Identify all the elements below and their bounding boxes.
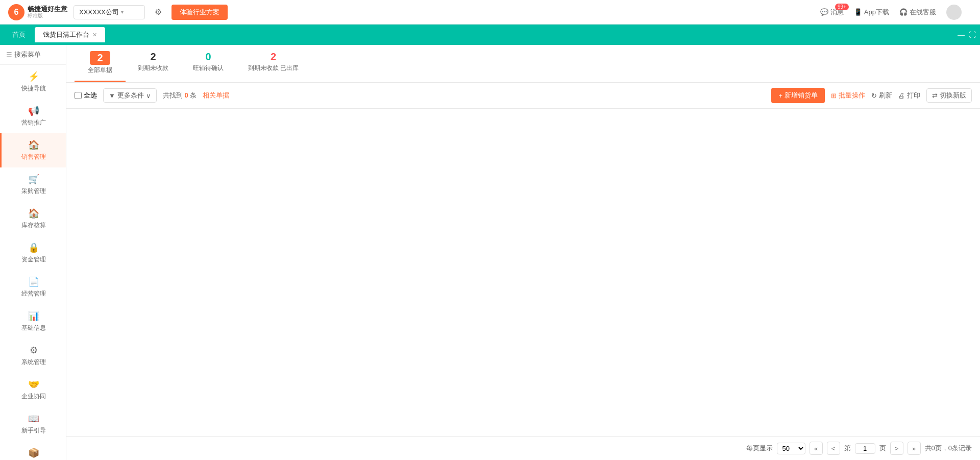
system-icon: ⚙ bbox=[30, 345, 38, 356]
sidebar-item-system[interactable]: ⚙ 系统管理 bbox=[0, 338, 66, 373]
sidebar-item-label: 销售管理 bbox=[21, 153, 46, 161]
inventory-icon: 🏠 bbox=[28, 208, 39, 219]
sidebar: ☰ 搜索菜单 ⚡ 快捷导航 📢 营销推广 🏠 销售管理 🛒 采购管理 🏠 库存核… bbox=[0, 45, 66, 460]
per-page-select[interactable]: 50 10 20 100 bbox=[777, 443, 805, 454]
sidebar-item-label: 采购管理 bbox=[21, 187, 46, 196]
stat-tab-shipped[interactable]: 2 到期未收款 已出库 bbox=[236, 45, 311, 82]
total-info: 共0页，0条记录 bbox=[925, 444, 972, 453]
table-area bbox=[66, 109, 980, 436]
tab-workbench-label: 钱货日清工作台 bbox=[43, 30, 89, 39]
toolbar-right: + 新增销货单 ⊞ 批量操作 ↻ 刷新 🖨 打印 ⇄ 切换新版 bbox=[771, 88, 972, 103]
sales-icon: 🏠 bbox=[28, 139, 39, 151]
app-logo-icon: 6 bbox=[8, 4, 24, 20]
sidebar-item-purchase[interactable]: 🛒 采购管理 bbox=[0, 167, 66, 202]
stat-tab-wang[interactable]: 0 旺辅待确认 bbox=[181, 45, 236, 82]
first-page-icon: « bbox=[814, 445, 818, 452]
message-button[interactable]: 💬 消息 99+ bbox=[820, 8, 844, 17]
add-sale-order-button[interactable]: + 新增销货单 bbox=[771, 88, 825, 103]
print-button[interactable]: 🖨 打印 bbox=[898, 91, 920, 100]
company-selector[interactable]: XXXXXX公司 ▾ bbox=[74, 5, 145, 19]
sidebar-item-label: 快捷导航 bbox=[21, 84, 46, 93]
enterprise-icon: 🤝 bbox=[28, 379, 39, 390]
sidebar-item-guide[interactable]: 📖 新手引导 bbox=[0, 407, 66, 441]
switch-icon: ⇄ bbox=[932, 92, 938, 100]
tab-bar: 首页 钱货日清工作台 ✕ — ⛶ bbox=[0, 25, 980, 45]
per-page-label: 每页显示 bbox=[746, 444, 773, 453]
service-icon: 🎧 bbox=[899, 8, 908, 16]
tab-workbench[interactable]: 钱货日清工作台 ✕ bbox=[35, 27, 105, 42]
found-text: 共找到 0 条 bbox=[163, 91, 197, 100]
online-service-button[interactable]: 🎧 在线客服 bbox=[899, 8, 936, 17]
message-badge: 99+ bbox=[835, 4, 849, 10]
chevron-down-icon: ▾ bbox=[121, 9, 124, 15]
sidebar-item-marketing[interactable]: 📢 营销推广 bbox=[0, 99, 66, 133]
lightning-icon: ⚡ bbox=[28, 71, 39, 82]
page-number-input[interactable] bbox=[855, 443, 875, 454]
sidebar-item-label: 基础信息 bbox=[21, 324, 46, 332]
message-icon: 💬 bbox=[820, 8, 828, 16]
toolbar-left: 全选 ▼ 更多条件 ∨ 共找到 0 条 相关单据 bbox=[75, 88, 229, 103]
batch-operations-button[interactable]: ⊞ 批量操作 bbox=[831, 91, 865, 100]
maximize-icon[interactable]: ⛶ bbox=[969, 31, 976, 39]
next-page-button[interactable]: > bbox=[890, 442, 903, 455]
sidebar-search[interactable]: ☰ 搜索菜单 bbox=[0, 45, 66, 65]
sidebar-item-base-info[interactable]: 📊 基础信息 bbox=[0, 304, 66, 338]
guide-icon: 📖 bbox=[28, 413, 39, 424]
stats-tabs: 2 全部单据 2 到期未收款 0 旺辅待确认 2 到期未收款 已出库 bbox=[66, 45, 980, 83]
empty-area bbox=[66, 109, 980, 436]
chevron-icon: ∨ bbox=[146, 92, 151, 100]
gear-icon: ⚙ bbox=[155, 7, 162, 17]
page-label: 第 bbox=[844, 444, 851, 453]
filter-icon: ▼ bbox=[109, 92, 115, 100]
sidebar-item-inventory[interactable]: 🏠 库存核算 bbox=[0, 202, 66, 236]
stat-label-overdue: 到期未收款 bbox=[138, 64, 168, 72]
tab-home[interactable]: 首页 bbox=[4, 27, 34, 42]
tab-home-label: 首页 bbox=[12, 30, 26, 39]
sidebar-item-label: 新手引导 bbox=[21, 426, 46, 435]
related-records-button[interactable]: 相关单据 bbox=[203, 91, 229, 100]
download-icon: 📱 bbox=[854, 8, 862, 16]
first-page-button[interactable]: « bbox=[810, 442, 823, 455]
select-all-checkbox-label[interactable]: 全选 bbox=[75, 91, 97, 100]
sidebar-item-label: 系统管理 bbox=[21, 358, 46, 367]
app-download-button[interactable]: 📱 App下载 bbox=[854, 8, 889, 17]
stat-tab-overdue[interactable]: 2 到期未收款 bbox=[126, 45, 181, 82]
sidebar-item-quick-nav[interactable]: ⚡ 快捷导航 bbox=[0, 65, 66, 99]
print-icon: 🖨 bbox=[898, 92, 905, 100]
sidebar-item-sales[interactable]: 🏠 销售管理 bbox=[0, 133, 66, 167]
refresh-button[interactable]: ↻ 刷新 bbox=[871, 91, 892, 100]
batch-icon: ⊞ bbox=[831, 92, 837, 100]
tab-close-icon[interactable]: ✕ bbox=[92, 32, 97, 38]
finance-icon: 🔒 bbox=[28, 242, 39, 253]
pagination: 每页显示 50 10 20 100 « < 第 页 > » 共0页，0条记录 bbox=[66, 436, 980, 460]
trial-button[interactable]: 体验行业方案 bbox=[172, 5, 228, 20]
operations-icon: 📄 bbox=[28, 276, 39, 287]
sidebar-item-finance[interactable]: 🔒 资金管理 bbox=[0, 236, 66, 270]
sidebar-item-apps[interactable]: 📦 应用中心 bbox=[0, 441, 66, 460]
settings-button[interactable]: ⚙ bbox=[151, 5, 165, 19]
sidebar-item-enterprise[interactable]: 🤝 企业协同 bbox=[0, 373, 66, 407]
prev-page-button[interactable]: < bbox=[827, 442, 840, 455]
apps-icon: 📦 bbox=[28, 447, 39, 458]
header-right: 💬 消息 99+ 📱 App下载 🎧 在线客服 bbox=[820, 5, 972, 20]
stat-label-shipped: 到期未收款 已出库 bbox=[248, 64, 299, 72]
sidebar-item-operations[interactable]: 📄 经营管理 bbox=[0, 270, 66, 304]
minimize-icon[interactable]: — bbox=[958, 31, 965, 39]
search-icon: ☰ bbox=[6, 51, 12, 59]
filter-button[interactable]: ▼ 更多条件 ∨ bbox=[103, 88, 157, 103]
stat-label-all: 全部单据 bbox=[88, 66, 112, 75]
stat-label-wang: 旺辅待确认 bbox=[193, 64, 224, 72]
sidebar-search-label: 搜索菜单 bbox=[14, 50, 41, 59]
stat-count-shipped: 2 bbox=[271, 51, 276, 63]
main-layout: ☰ 搜索菜单 ⚡ 快捷导航 📢 营销推广 🏠 销售管理 🛒 采购管理 🏠 库存核… bbox=[0, 45, 980, 460]
purchase-icon: 🛒 bbox=[28, 174, 39, 185]
sidebar-item-label: 资金管理 bbox=[21, 255, 46, 264]
stat-tab-all[interactable]: 2 全部单据 bbox=[75, 45, 126, 82]
select-all-checkbox[interactable] bbox=[75, 92, 82, 99]
company-name: XXXXXX公司 bbox=[79, 8, 119, 17]
switch-version-button[interactable]: ⇄ 切换新版 bbox=[926, 88, 972, 103]
last-page-button[interactable]: » bbox=[908, 442, 921, 455]
next-icon: > bbox=[895, 445, 899, 452]
avatar[interactable] bbox=[946, 5, 962, 20]
content-area: 2 全部单据 2 到期未收款 0 旺辅待确认 2 到期未收款 已出库 全选 bbox=[66, 45, 980, 460]
